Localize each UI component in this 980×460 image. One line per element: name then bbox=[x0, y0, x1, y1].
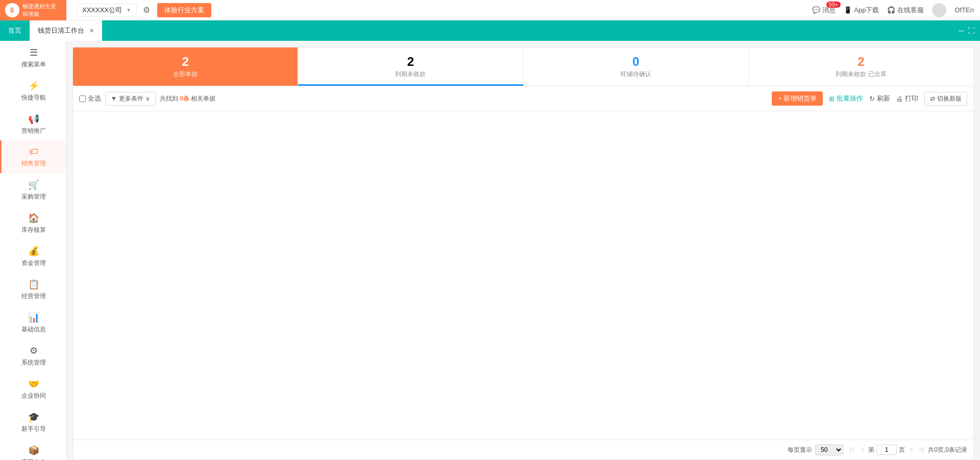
refresh-icon: ↻ bbox=[869, 95, 875, 103]
toolbar-right: + 新增销货单 ⊞ 批量操作 ↻ 刷新 🖨 打印 ⇄ 切换新版 bbox=[772, 91, 967, 106]
sidebar-item-quick-nav[interactable]: ⚡ 快捷导航 bbox=[0, 74, 66, 107]
prev-page-button[interactable]: < bbox=[859, 445, 866, 454]
message-badge: 99+ bbox=[826, 2, 841, 8]
select-all-checkbox[interactable]: 全选 bbox=[79, 94, 101, 103]
page-input[interactable] bbox=[876, 445, 897, 455]
quick-nav-icon: ⚡ bbox=[28, 80, 39, 91]
company-name: XXXXXX公司 bbox=[82, 6, 122, 15]
filter-icon: ▼ bbox=[111, 95, 117, 102]
switch-version-button[interactable]: ⇄ 切换新版 bbox=[924, 92, 967, 106]
card-all-num: 2 bbox=[83, 55, 287, 69]
chevron-down-icon: ▼ bbox=[126, 7, 131, 13]
company-selector[interactable]: XXXXXX公司 ▼ bbox=[77, 4, 137, 17]
top-bar: 6 畅捷通好生意 标准版 XXXXXX公司 ▼ ⚙ 体验行业方案 💬 消息 99… bbox=[0, 0, 980, 20]
operation-icon: 📋 bbox=[28, 279, 39, 290]
main-layout: ☰ 搜索菜单 ⚡ 快捷导航 📢 营销推广 🏷 销售管理 🛒 采购管理 🏠 库存核… bbox=[0, 41, 980, 460]
refresh-button[interactable]: ↻ 刷新 bbox=[869, 94, 890, 103]
guide-icon: 🎓 bbox=[28, 411, 39, 423]
sidebar-item-guide[interactable]: 🎓 新手引导 bbox=[0, 405, 66, 439]
card-bottom-bar bbox=[298, 84, 523, 86]
sidebar-item-marketing[interactable]: 📢 营销推广 bbox=[0, 107, 66, 140]
trial-button[interactable]: 体验行业方案 bbox=[157, 3, 211, 17]
sidebar-item-finance[interactable]: 💰 资金管理 bbox=[0, 239, 66, 273]
search-menu-icon: ☰ bbox=[30, 47, 38, 58]
sidebar-item-app-center[interactable]: 📦 应用中心 bbox=[0, 439, 66, 460]
avatar-name: OfTEn bbox=[954, 6, 974, 14]
card-wangfu-label: 旺辅待确认 bbox=[534, 70, 738, 79]
content-area: 2 全部单据 2 到期未收款 0 旺辅待确认 2 到期未收款 已出库 bbox=[66, 41, 980, 460]
more-filters-button[interactable]: ▼ 更多条件 ∨ bbox=[105, 92, 156, 106]
download-icon: 📱 bbox=[844, 6, 852, 14]
select-all-input[interactable] bbox=[79, 95, 86, 102]
sales-icon: 🏷 bbox=[29, 147, 38, 157]
last-page-button[interactable]: >| bbox=[917, 445, 926, 454]
switch-icon: ⇄ bbox=[930, 95, 935, 102]
base-info-icon: 📊 bbox=[28, 312, 39, 323]
message-icon: 💬 bbox=[812, 6, 820, 14]
sidebar: ☰ 搜索菜单 ⚡ 快捷导航 📢 营销推广 🏷 销售管理 🛒 采购管理 🏠 库存核… bbox=[0, 41, 66, 460]
tab-home[interactable]: 首页 bbox=[0, 20, 30, 41]
card-shipped-num: 2 bbox=[759, 55, 963, 69]
card-all-label: 全部单据 bbox=[83, 70, 287, 79]
batch-operation-button[interactable]: ⊞ 批量操作 bbox=[829, 94, 863, 103]
page-total: 共0页,0条记录 bbox=[928, 446, 967, 454]
logo-area: 6 畅捷通好生意 标准版 bbox=[0, 0, 66, 20]
table-area bbox=[72, 111, 974, 440]
sidebar-item-enterprise[interactable]: 🤝 企业协同 bbox=[0, 372, 66, 405]
sidebar-item-sales[interactable]: 🏷 销售管理 bbox=[0, 140, 66, 173]
headset-icon: 🎧 bbox=[887, 6, 895, 14]
toolbar: 全选 ▼ 更多条件 ∨ 共找到 0条 相关单据 + 新增销货单 ⊞ 批量操作 bbox=[72, 86, 974, 111]
app-center-icon: 📦 bbox=[28, 445, 39, 456]
inventory-icon: 🏠 bbox=[28, 212, 39, 224]
purchase-icon: 🛒 bbox=[28, 179, 39, 190]
sidebar-item-inventory[interactable]: 🏠 库存核算 bbox=[0, 206, 66, 239]
page-nav: |< < 第 页 > >| 共0页,0条记录 bbox=[847, 445, 967, 455]
card-wangfu-num: 0 bbox=[534, 55, 738, 69]
logo-text: 畅捷通好生意 标准版 bbox=[22, 3, 56, 17]
system-icon: ⚙ bbox=[30, 345, 38, 356]
card-overdue-label: 到期未收款 bbox=[308, 70, 512, 79]
marketing-icon: 📢 bbox=[28, 113, 39, 125]
tab-close-icon[interactable]: ✕ bbox=[89, 28, 94, 34]
sidebar-item-system[interactable]: ⚙ 系统管理 bbox=[0, 339, 66, 372]
settings-icon[interactable]: ⚙ bbox=[141, 3, 152, 17]
chevron-icon: ∨ bbox=[145, 95, 150, 102]
per-page-selector: 每页显示 50 100 200 bbox=[788, 444, 843, 455]
card-all[interactable]: 2 全部单据 bbox=[73, 47, 298, 86]
online-service-button[interactable]: 🎧 在线客服 bbox=[887, 6, 924, 15]
card-shipped[interactable]: 2 到期未收款 已出库 bbox=[749, 47, 973, 86]
nav-tabs: 首页 钱货日清工作台 ✕ ─ ⛶ bbox=[0, 20, 980, 41]
sidebar-item-search[interactable]: ☰ 搜索菜单 bbox=[0, 41, 66, 74]
pagination-bar: 每页显示 50 100 200 |< < 第 页 > >| 共0页,0条记录 bbox=[72, 440, 974, 460]
card-overdue-num: 2 bbox=[308, 55, 512, 69]
tab-workbench[interactable]: 钱货日清工作台 ✕ bbox=[30, 20, 102, 41]
first-page-button[interactable]: |< bbox=[847, 445, 856, 454]
per-page-select[interactable]: 50 100 200 bbox=[815, 444, 843, 455]
top-right-actions: 💬 消息 99+ 📱 App下载 🎧 在线客服 OfTEn bbox=[812, 3, 974, 17]
nav-minimize-icon[interactable]: ─ bbox=[959, 27, 964, 35]
found-text: 共找到 0条 相关单据 bbox=[160, 94, 215, 103]
enterprise-icon: 🤝 bbox=[28, 378, 39, 390]
nav-tabs-right: ─ ⛶ bbox=[959, 27, 980, 35]
sidebar-item-base-info[interactable]: 📊 基础信息 bbox=[0, 306, 66, 339]
sidebar-item-operation[interactable]: 📋 经营管理 bbox=[0, 273, 66, 306]
next-page-button[interactable]: > bbox=[907, 445, 915, 454]
nav-maximize-icon[interactable]: ⛶ bbox=[968, 27, 975, 35]
new-sales-order-button[interactable]: + 新增销货单 bbox=[772, 91, 823, 106]
sidebar-item-purchase[interactable]: 🛒 采购管理 bbox=[0, 173, 66, 206]
logo-icon: 6 bbox=[5, 3, 19, 17]
app-download-button[interactable]: 📱 App下载 bbox=[844, 6, 879, 15]
print-icon: 🖨 bbox=[896, 95, 903, 103]
avatar[interactable] bbox=[932, 3, 946, 17]
card-wangfu[interactable]: 0 旺辅待确认 bbox=[524, 47, 749, 86]
print-button[interactable]: 🖨 打印 bbox=[896, 94, 918, 103]
message-button[interactable]: 💬 消息 99+ bbox=[812, 6, 836, 15]
toolbar-left: 全选 ▼ 更多条件 ∨ 共找到 0条 相关单据 bbox=[79, 92, 215, 106]
summary-cards: 2 全部单据 2 到期未收款 0 旺辅待确认 2 到期未收款 已出库 bbox=[72, 47, 974, 86]
found-count: 0条 bbox=[180, 95, 189, 102]
card-shipped-label: 到期未收款 已出库 bbox=[759, 70, 963, 79]
card-overdue[interactable]: 2 到期未收款 bbox=[298, 47, 523, 86]
batch-icon: ⊞ bbox=[829, 95, 835, 103]
finance-icon: 💰 bbox=[28, 246, 39, 257]
